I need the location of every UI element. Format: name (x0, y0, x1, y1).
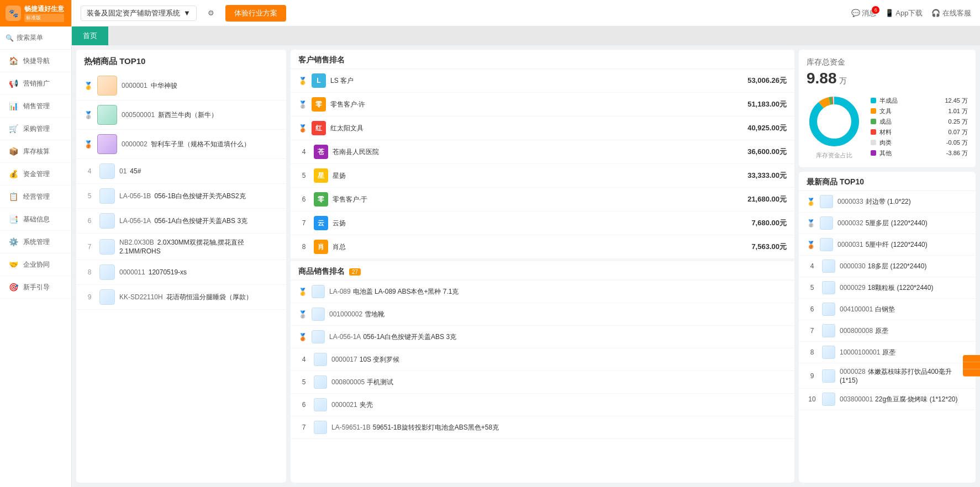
customer-avatar: 星 (314, 168, 328, 183)
sidebar-item-operations[interactable]: 📋 经营管理 (0, 186, 71, 208)
product-info: 0145# (119, 167, 278, 175)
product-thumbnail (97, 105, 117, 125)
customer-avatar: 苍 (314, 145, 328, 159)
sidebar-item-system[interactable]: ⚙️ 系统管理 (0, 231, 71, 253)
rank-num: 9 (807, 372, 818, 380)
list-item: 🥉 红 红太阳文具 40,925.00元 (291, 117, 794, 140)
collaboration-icon: 🤝 (8, 259, 19, 270)
search-menu-button[interactable]: 🔍 搜索菜单 (6, 31, 66, 45)
product-thumbnail (822, 393, 835, 406)
list-item: 7 000800008原垄 (799, 320, 976, 342)
product-info: KK-SD22110H花语萌恒温分腿睡袋（厚款） (119, 293, 278, 302)
rank-medal: 🥈 (807, 219, 815, 227)
rank-medal: 🥈 (298, 310, 307, 319)
content-area: 热销商品 TOP10 🥇 0000001中华神骏 🥈 000500001新西兰牛… (72, 45, 980, 487)
rank-medal: 🥉 (298, 124, 307, 133)
newest-products-header: 最新商品 TOP10 (799, 172, 976, 191)
main-area: 装备及固定资产辅助管理系统 ▼ ⚙ 体验行业方案 💬 消息 6 📱 App下载 … (72, 0, 980, 487)
rank-num: 7 (298, 219, 309, 227)
product-thumbnail (312, 330, 325, 343)
rank-num: 9 (84, 293, 95, 301)
product-info: LA-056-1A056-1A白色按键开关盖ABS 3克 (329, 332, 787, 342)
product-thumbnail (99, 239, 115, 255)
inventory-amount-row: 9.88 万 (807, 70, 968, 87)
product-info: LA-056-1A056-1A白色按键开关盖ABS 3克 (119, 216, 278, 226)
inventory-legend: 半成品 12.45 万 文具 1.01 万 成品 0.25 万 (871, 97, 968, 157)
product-thumbnail (99, 163, 115, 179)
list-item: 9 KK-SD22110H花语萌恒温分腿睡袋（厚款） (76, 285, 286, 310)
community-button[interactable]: 服务社区 (963, 362, 980, 369)
list-item: 5 LA-056-1B056-1B白色按键开关壳ABS2克 (76, 184, 286, 209)
product-thumbnail (99, 213, 115, 229)
app-download-button[interactable]: 📱 App下载 (885, 8, 923, 18)
sidebar-item-collaboration[interactable]: 🤝 企业协同 (0, 253, 71, 276)
sidebar-nav: 🏠 快捷导航 📢 营销推广 📊 销售管理 🛒 采购管理 📦 库存核算 💰 资金管… (0, 50, 71, 487)
list-item: 🥈 00000325厘多层 (1220*2440) (799, 213, 976, 234)
settings-icon[interactable]: ⚙ (203, 6, 219, 21)
rank-num: 8 (807, 348, 818, 356)
list-item: 4 000003018多层 (1220*2440) (799, 256, 976, 277)
rank-num: 6 (84, 217, 95, 225)
customer-avatar: 肖 (314, 240, 328, 254)
online-service-button[interactable]: 🎧 在线客服 (931, 8, 971, 18)
sidebar-item-finance[interactable]: 💰 资金管理 (0, 163, 71, 186)
rank-num: 4 (298, 148, 309, 156)
message-icon: 💬 (851, 9, 862, 17)
product-info: LA-089电池盖 LA-089 ABS本色+黑种 7.1克 (329, 287, 787, 297)
messages-button[interactable]: 💬 消息 6 (851, 8, 877, 18)
rank-medal: 🥇 (84, 82, 93, 90)
product-info: 10000100001原垄 (840, 348, 968, 357)
product-thumbnail (822, 303, 835, 316)
legend-item: 其他 -3.86 万 (871, 149, 968, 157)
tab-bar: 首页 (72, 27, 980, 45)
rank-medal: 🥉 (807, 241, 815, 249)
list-item: 6 LA-056-1A056-1A白色按键开关盖ABS 3克 (76, 209, 286, 234)
legend-color-dot (871, 150, 876, 156)
left-panel: 热销商品 TOP10 🥇 0000001中华神骏 🥈 000500001新西兰牛… (76, 50, 286, 483)
product-thumbnail (99, 188, 115, 204)
customer-service-button[interactable]: 客服热线 (963, 355, 980, 362)
list-item: 10 00380000122g鱼豆腐·烧烤味 (1*12*20) (799, 389, 976, 410)
rank-num: 4 (298, 356, 309, 363)
sidebar-item-shortcuts[interactable]: 🏠 快捷导航 (0, 50, 71, 72)
live-button[interactable]: 直播 (963, 369, 980, 377)
rank-medal: 🥈 (298, 100, 307, 109)
rank-num: 5 (298, 378, 309, 386)
logo-text: 畅捷通好生意 标准版 (24, 4, 64, 22)
product-thumbnail (822, 324, 835, 337)
list-item: 🥉 LA-056-1A056-1A白色按键开关盖ABS 3克 (291, 326, 794, 348)
product-info: 00000325厘多层 (1220*2440) (837, 219, 968, 228)
product-thumbnail (822, 260, 835, 273)
donut-chart (807, 94, 862, 149)
sidebar-item-marketing[interactable]: 📢 营销推广 (0, 72, 71, 95)
rank-num: 8 (298, 243, 309, 251)
list-item: 🥉 0000002智利车子里（规格不知道填什么） (76, 130, 286, 159)
product-thumbnail (820, 216, 833, 230)
sidebar-search-area[interactable]: 🔍 搜索菜单 (0, 27, 71, 50)
rank-num: 4 (807, 262, 818, 270)
product-thumbnail (99, 289, 115, 305)
product-info: 001000002雪地靴 (329, 310, 787, 319)
tab-home[interactable]: 首页 (72, 27, 108, 45)
legend-color-dot (871, 119, 876, 124)
rank-medal: 🥈 (84, 111, 93, 119)
sidebar-item-sales[interactable]: 📊 销售管理 (0, 95, 71, 118)
list-item: 7 NB2.0X30B2.0X30MM双摆花轴,摆花直径2.1MM/ROHS (76, 234, 286, 260)
product-thumbnail (97, 76, 117, 96)
list-item: 🥇 LA-089电池盖 LA-089 ABS本色+黑种 7.1克 (291, 280, 794, 303)
product-info: LA-056-1B056-1B白色按键开关壳ABS2克 (119, 192, 278, 201)
trial-button[interactable]: 体验行业方案 (225, 5, 286, 22)
rank-num: 6 (298, 195, 309, 203)
list-item: 8 000001112070519-xs (76, 260, 286, 285)
sidebar-item-purchase[interactable]: 🛒 采购管理 (0, 118, 71, 140)
legend-item: 肉类 -0.05 万 (871, 139, 968, 147)
hot-products-list: 🥇 0000001中华神骏 🥈 000500001新西兰牛肉（新牛） 🥉 000… (76, 71, 286, 310)
sidebar-item-guide[interactable]: 🎯 新手引导 (0, 276, 71, 299)
hot-products-title: 热销商品 TOP10 (76, 50, 286, 71)
product-info: 000500001新西兰牛肉（新牛） (122, 110, 278, 120)
system-selector[interactable]: 装备及固定资产辅助管理系统 ▼ (81, 6, 197, 21)
legend-item: 材料 0.07 万 (871, 128, 968, 136)
product-thumbnail (312, 285, 325, 298)
sidebar-item-basic-info[interactable]: 📑 基础信息 (0, 208, 71, 231)
sidebar-item-inventory[interactable]: 📦 库存核算 (0, 140, 71, 163)
